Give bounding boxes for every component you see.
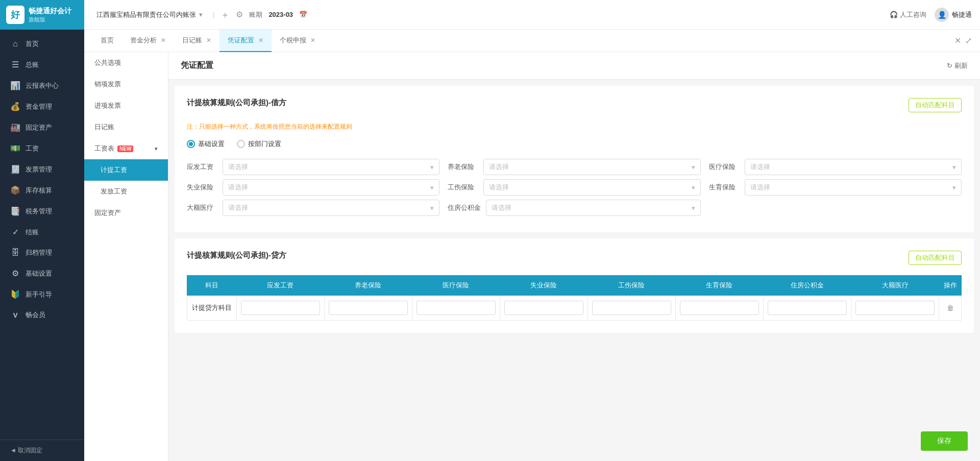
username: 畅捷通 (952, 10, 972, 19)
tab-home[interactable]: 首页 (92, 30, 122, 52)
sidebar-item-assets[interactable]: 🏭 固定资产 (0, 117, 84, 138)
menu-item-pay-salary[interactable]: 发放工资 (84, 181, 168, 202)
support-label: 人工咨询 (900, 10, 926, 19)
unemploy-select[interactable]: 请选择 ▾ (223, 179, 439, 196)
menu-item-common[interactable]: 公共选项 (84, 52, 168, 74)
logo-sub: 旗舰版 (29, 16, 71, 23)
cell-large-medical[interactable] (851, 296, 939, 321)
sidebar-item-settings[interactable]: ⚙ 基础设置 (0, 263, 84, 284)
cell-work-injury[interactable] (587, 296, 675, 321)
select-placeholder: 请选择 (750, 162, 770, 172)
tab-funds[interactable]: 资金分析 ✕ (122, 30, 174, 52)
pension-select[interactable]: 请选择 ▾ (483, 159, 700, 175)
company-selector[interactable]: 江西服宝精品有限责任公司内账张 ▾ (92, 8, 207, 21)
sidebar-item-reports[interactable]: 📊 云报表中心 (0, 75, 84, 96)
radio-label: 基础设置 (198, 139, 225, 149)
menu-item-payroll[interactable]: 工资表 NEW ▾ (84, 138, 168, 159)
housing-select[interactable]: 请选择 ▾ (486, 200, 700, 216)
input-work-injury[interactable] (592, 301, 671, 315)
expand-icon: ▾ (155, 145, 158, 152)
radio-group: 基础设置 按部门设置 (187, 139, 962, 149)
tab-diary[interactable]: 日记账 ✕ (174, 30, 219, 52)
support-button[interactable]: 🎧 人工咨询 (890, 10, 926, 19)
menu-item-calc-salary[interactable]: 计提工资 (84, 159, 168, 181)
refresh-icon: ↻ (947, 62, 952, 69)
cell-maternity[interactable] (675, 296, 763, 321)
input-pension[interactable] (329, 301, 408, 315)
calendar-icon[interactable]: 📅 (299, 11, 307, 18)
cell-unemploy[interactable] (500, 296, 587, 321)
cell-housing[interactable] (764, 296, 851, 321)
add-icon[interactable]: ＋ (220, 9, 230, 21)
sidebar-item-vip[interactable]: V 畅会员 (0, 305, 84, 325)
menu-item-purchase[interactable]: 进项发票 (84, 95, 168, 116)
menu-label: 固定资产 (94, 208, 121, 217)
table-header-row: 科目 应发工资 养老保险 医疗保险 失业保险 工伤保险 生育保险 住房公积金 大… (187, 276, 962, 296)
cell-salary[interactable] (236, 296, 324, 321)
tab-label: 首页 (101, 36, 114, 45)
field-unemploy: 失业保险 请选择 ▾ (187, 179, 439, 196)
delete-icon[interactable]: 🗑 (947, 304, 954, 312)
tab-voucher[interactable]: 凭证配置 ✕ (219, 30, 272, 52)
close-icon[interactable]: ✕ (258, 37, 263, 44)
divider: | (213, 11, 214, 18)
period-label: 账期 (249, 10, 262, 19)
menu-item-diary[interactable]: 日记账 (84, 116, 168, 138)
work-injury-select[interactable]: 请选择 ▾ (483, 179, 700, 196)
medical-select[interactable]: 请选择 ▾ (745, 159, 962, 175)
sidebar-item-inventory[interactable]: 📦 库存核算 (0, 180, 84, 201)
sidebar-item-tax[interactable]: 📑 税务管理 (0, 201, 84, 222)
settings-icon: ⚙ (10, 269, 20, 278)
salary-select[interactable]: 请选择 ▾ (223, 159, 439, 175)
reports-icon: 📊 (10, 81, 20, 90)
sidebar-item-label: 归档管理 (26, 248, 52, 257)
tab-tax[interactable]: 个税申报 ✕ (272, 30, 324, 52)
th-subject: 科目 (187, 276, 237, 296)
menu-item-fixed-assets[interactable]: 固定资产 (84, 202, 168, 224)
user-area[interactable]: 👤 畅捷通 (935, 8, 972, 22)
close-icon[interactable]: ✕ (161, 37, 166, 44)
unpin-button[interactable]: ◄ 取消固定 (0, 440, 84, 461)
sidebar-item-ledger[interactable]: ☰ 总账 (0, 54, 84, 75)
period-value[interactable]: 2023-03 (268, 11, 293, 18)
chevron-down-icon: ▾ (952, 163, 956, 171)
chevron-down-icon: ▾ (692, 163, 695, 171)
field-housing: 住房公积金 请选择 ▾ (448, 200, 700, 216)
radio-label: 按部门设置 (248, 139, 281, 149)
sidebar-item-funds[interactable]: 💰 资金管理 (0, 96, 84, 117)
sidebar-item-invoice[interactable]: 🧾 发票管理 (0, 159, 84, 180)
save-button[interactable]: 保存 (921, 431, 968, 451)
sidebar-item-archive[interactable]: 🗄 归档管理 (0, 242, 84, 263)
maternity-select[interactable]: 请选择 ▾ (745, 179, 962, 196)
cell-medical[interactable] (412, 296, 500, 321)
menu-item-sales[interactable]: 销项发票 (84, 74, 168, 95)
select-placeholder: 请选择 (489, 183, 509, 192)
sidebar-item-settle[interactable]: ✓ 结账 (0, 222, 84, 242)
cell-pension[interactable] (324, 296, 412, 321)
input-unemploy[interactable] (504, 301, 583, 315)
field-salary: 应发工资 请选择 ▾ (187, 159, 439, 175)
topbar: 江西服宝精品有限责任公司内账张 ▾ | ＋ ⚙ 账期 2023-03 📅 🎧 人… (84, 0, 980, 30)
gear-icon[interactable]: ⚙ (236, 10, 243, 19)
auto-match-credit-button[interactable]: 自动匹配科目 (909, 251, 962, 265)
input-salary[interactable] (241, 301, 320, 315)
input-maternity[interactable] (680, 301, 759, 315)
debit-form-row1: 应发工资 请选择 ▾ 养老保险 请选择 ▾ 医疗 (187, 159, 962, 175)
sidebar-item-guide[interactable]: 🔰 新手引导 (0, 284, 84, 305)
radio-basic[interactable]: 基础设置 (187, 139, 225, 149)
input-housing[interactable] (768, 301, 847, 315)
input-medical[interactable] (416, 301, 496, 315)
credit-table: 科目 应发工资 养老保险 医疗保险 失业保险 工伤保险 生育保险 住房公积金 大… (187, 275, 962, 321)
radio-dept[interactable]: 按部门设置 (237, 139, 281, 149)
close-icon[interactable]: ✕ (310, 37, 315, 44)
auto-match-debit-button[interactable]: 自动匹配科目 (909, 98, 962, 112)
sidebar-item-salary[interactable]: 💵 工资 (0, 138, 84, 159)
large-medical-select[interactable]: 请选择 ▾ (223, 200, 439, 216)
maximize-icon[interactable]: ⤢ (965, 36, 972, 45)
sidebar-item-home[interactable]: ⌂ 首页 (0, 34, 84, 54)
refresh-button[interactable]: ↻ 刷新 (947, 61, 968, 70)
close-all-icon[interactable]: ✕ (954, 36, 961, 45)
sidebar-item-label: 基础设置 (26, 269, 52, 278)
input-large-medical[interactable] (855, 301, 935, 315)
close-icon[interactable]: ✕ (206, 37, 211, 44)
